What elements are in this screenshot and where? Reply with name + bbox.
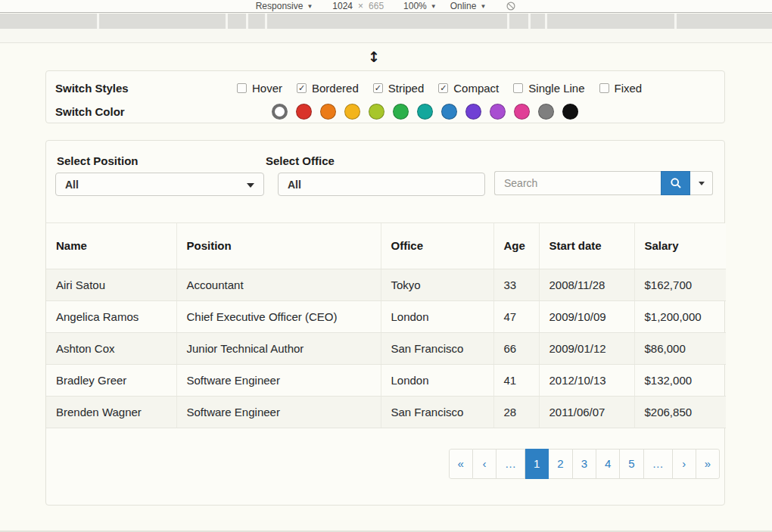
zoom-dropdown[interactable]: 100% ▼	[403, 1, 437, 11]
checkbox-checked-icon[interactable]: ✓	[297, 83, 307, 93]
switch-color-label: Switch Color	[55, 105, 235, 118]
pagination-ellipsis-left[interactable]: …	[497, 449, 525, 479]
table-cell: 66	[493, 332, 539, 364]
position-select[interactable]: All	[55, 173, 264, 196]
pagination-page-3[interactable]: 3	[573, 449, 596, 479]
checkbox-label: Compact	[453, 82, 499, 95]
dimension-times-icon: ×	[358, 1, 363, 11]
style-toggle-striped[interactable]: ✓Striped	[373, 82, 425, 95]
style-toggle-single-line[interactable]: Single Line	[513, 82, 584, 95]
employees-table: NamePositionOfficeAgeStart dateSalary Ai…	[46, 223, 726, 428]
viewport-width-input[interactable]: 1024	[332, 1, 353, 11]
pagination-last[interactable]: »	[696, 449, 720, 479]
chevron-down-icon: ▼	[480, 3, 486, 10]
column-header-office[interactable]: Office	[381, 223, 493, 269]
style-toggle-bordered[interactable]: ✓Bordered	[297, 82, 359, 95]
style-toggle-fixed[interactable]: Fixed	[599, 82, 643, 95]
toolbar-divider	[246, 14, 248, 29]
chevron-down-icon: ▼	[431, 3, 437, 10]
column-header-salary[interactable]: Salary	[634, 223, 726, 269]
viewport-height-input[interactable]: 665	[369, 1, 384, 11]
search-options-button[interactable]	[690, 171, 713, 195]
style-toggle-hover[interactable]: Hover	[237, 82, 282, 95]
office-select[interactable]: All	[278, 173, 485, 196]
pagination-first[interactable]: «	[449, 449, 473, 479]
checkbox-unchecked-icon[interactable]	[237, 83, 247, 93]
color-swatch-violet[interactable]	[465, 104, 481, 120]
style-toggle-compact[interactable]: ✓Compact	[438, 82, 499, 95]
toolbar-divider	[265, 14, 267, 29]
color-swatch-yellow-green[interactable]	[369, 104, 384, 120]
color-swatch-black[interactable]	[562, 104, 578, 120]
table-cell: Airi Satou	[46, 269, 176, 300]
color-swatch-blue[interactable]	[441, 104, 457, 120]
checkbox-unchecked-icon[interactable]	[513, 83, 523, 93]
table-row[interactable]: Angelica RamosChief Executive Officer (C…	[46, 300, 726, 332]
toolbar-divider	[507, 14, 509, 29]
network-throttle-dropdown[interactable]: Online ▼	[450, 1, 487, 11]
table-cell: San Francisco	[381, 332, 493, 364]
search-group	[494, 171, 713, 195]
column-header-position[interactable]: Position	[176, 223, 381, 269]
column-header-age[interactable]: Age	[493, 223, 539, 269]
color-swatch-purple[interactable]	[490, 104, 506, 120]
table-row[interactable]: Airi SatouAccountantTokyo332008/11/28$16…	[46, 269, 726, 300]
checkbox-label: Single Line	[528, 82, 584, 95]
color-swatch-amber[interactable]	[344, 104, 360, 120]
checkbox-label: Bordered	[312, 82, 359, 95]
table-cell: $206,850	[634, 396, 726, 428]
color-swatch-orange[interactable]	[320, 104, 336, 120]
color-swatch-gray[interactable]	[538, 104, 554, 120]
pagination-prev[interactable]: ‹	[473, 449, 497, 479]
table-row[interactable]: Ashton CoxJunior Technical AuthorSan Fra…	[46, 332, 726, 364]
color-swatch-pink[interactable]	[514, 104, 530, 120]
table-cell: Brenden Wagner	[46, 396, 176, 428]
table-cell: London	[381, 300, 493, 332]
pagination-next[interactable]: ›	[673, 449, 696, 479]
color-swatch-teal[interactable]	[417, 104, 433, 120]
browser-chrome-substrip	[0, 29, 772, 43]
checkbox-checked-icon[interactable]: ✓	[373, 83, 383, 93]
pagination-page-1[interactable]: 1	[525, 449, 549, 479]
checkbox-label: Fixed	[615, 82, 643, 95]
checkbox-unchecked-icon[interactable]	[599, 83, 609, 93]
pagination-page-4[interactable]: 4	[596, 449, 620, 479]
device-mode-dropdown[interactable]: Responsive ▼	[256, 1, 313, 11]
column-header-name[interactable]: Name	[46, 223, 176, 269]
pagination-ellipsis-right[interactable]: …	[644, 449, 673, 479]
color-swatch-default-outline[interactable]	[272, 104, 288, 120]
table-cell: 2009/10/09	[539, 300, 634, 332]
chevron-down-icon	[247, 183, 254, 188]
no-throttling-icon[interactable]	[506, 1, 516, 11]
table-cell: Software Engineer	[176, 364, 381, 396]
checkbox-checked-icon[interactable]: ✓	[438, 83, 448, 93]
table-cell: San Francisco	[381, 396, 493, 428]
chevron-down-icon	[699, 182, 705, 185]
color-swatch-group	[272, 104, 578, 120]
search-input[interactable]	[494, 171, 661, 195]
table-panel: Select Position All Select Office All	[45, 140, 725, 506]
pagination-page-5[interactable]: 5	[620, 449, 643, 479]
table-header-row: NamePositionOfficeAgeStart dateSalary	[46, 223, 726, 269]
search-button[interactable]	[661, 171, 690, 195]
color-swatch-red[interactable]	[296, 104, 312, 120]
table-row[interactable]: Brenden WagnerSoftware EngineerSan Franc…	[46, 396, 726, 428]
table-cell: Bradley Greer	[46, 364, 176, 396]
table-cell: $1,200,000	[634, 300, 726, 332]
switch-panel: Switch Styles Hover✓Bordered✓Striped✓Com…	[45, 70, 725, 123]
chevron-down-icon: ▼	[307, 3, 313, 10]
search-icon	[670, 177, 682, 189]
pagination-page-2[interactable]: 2	[549, 449, 572, 479]
toolbar-divider	[226, 14, 228, 29]
table-cell: 28	[493, 396, 539, 428]
checkbox-label: Hover	[252, 82, 282, 95]
color-swatch-green[interactable]	[393, 104, 409, 120]
table-cell: Software Engineer	[176, 396, 381, 428]
table-cell: 33	[493, 269, 539, 300]
select-position-label: Select Position	[57, 154, 264, 167]
table-cell: $162,700	[634, 269, 726, 300]
table-cell: 2008/11/28	[539, 269, 634, 300]
table-row[interactable]: Bradley GreerSoftware EngineerLondon4120…	[46, 364, 726, 396]
column-header-start-date[interactable]: Start date	[539, 223, 634, 269]
toolbar-divider	[528, 14, 531, 29]
